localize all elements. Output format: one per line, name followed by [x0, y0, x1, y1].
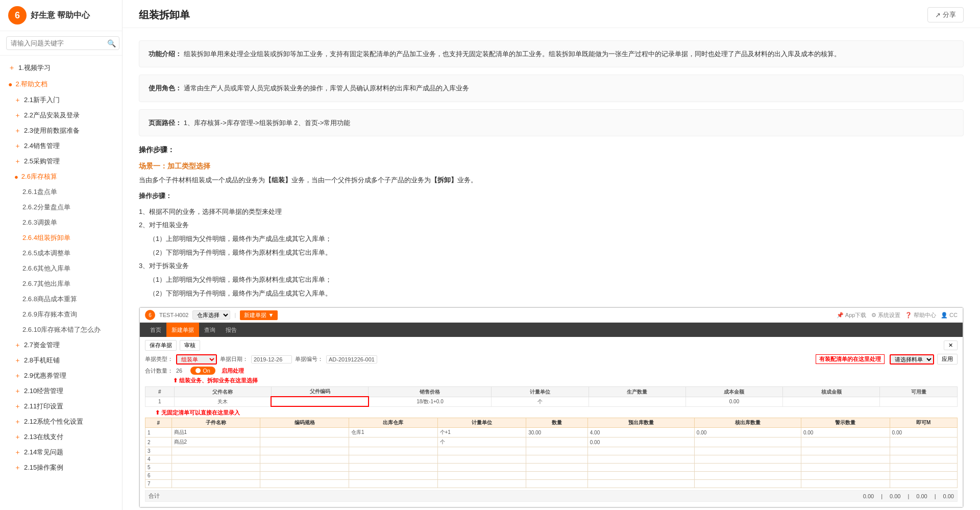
topbar: 组装拆卸单 ↗ 分享 [122, 0, 980, 28]
th-sub-qty: 数量 [526, 418, 588, 428]
step3-2: （2）下部明细为子件明细，最终作为产成品生成其它入库单。 [139, 287, 964, 300]
step2-1: （1）上部明细为父件明细，最终作为产成品生成其它入库单； [139, 233, 964, 246]
sidebar-item-label: 2.15操作案例 [24, 463, 63, 472]
logo-icon: 6 [8, 6, 27, 25]
step2-2: （2）下部明细为子件明细，最终作为原材料生成其它出库单。 [139, 247, 964, 259]
sidebar-item-label: 2.14常见问题 [24, 448, 63, 457]
sidebar-item-sales[interactable]: ＋ 2.4销售管理 [0, 138, 122, 154]
plus-icon: ＋ [14, 417, 21, 426]
td-price: 18/数-1+0.0 [369, 397, 492, 406]
th-sub-name: 子件名称 [172, 418, 260, 428]
app-logo: 6 [145, 310, 155, 320]
app-create-btn[interactable]: 新建单据 ▼ [240, 310, 278, 320]
app-review-btn[interactable]: 审核 [180, 340, 200, 351]
app-type-select[interactable]: 组装单 拆卸单 [176, 354, 217, 365]
th-qty: 生产数量 [589, 387, 685, 397]
app-form-content: 保存单据 审核 ✕ 单据类型： 组装单 拆卸单 单据日期： [140, 337, 963, 507]
app-child-table: # 子件名称 编码规格 出库仓库 计量单位 数量 预出库数量 核出库数量 警示数… [145, 418, 958, 488]
th-sub-avail: 即可M [890, 418, 957, 428]
sidebar-item-inventory-label[interactable]: ● 2.6库存核算 [0, 169, 122, 184]
plus-icon: ＋ [14, 402, 21, 411]
sidebar-item-payment[interactable]: ＋ 2.13在线支付 [0, 429, 122, 445]
app-qty-label: 合计数量： [145, 367, 173, 375]
nav-new[interactable]: 新建单据 [166, 323, 199, 337]
sidebar-item-label: 2.2产品安装及登录 [24, 111, 80, 120]
sidebar-item-purchase[interactable]: ＋ 2.5采购管理 [0, 154, 122, 169]
app-footer-row: 合计 0.00 | 0.00 | 0.00 | 0.00 [145, 490, 958, 502]
sidebar-leaf-261[interactable]: 2.6.1盘点单 [0, 184, 122, 200]
sidebar-leaf-267[interactable]: 2.6.7其他出库单 [0, 276, 122, 292]
sidebar-leaf-269[interactable]: 2.6.9库存账本查询 [0, 307, 122, 322]
func-intro-text: 组装拆卸单用来处理企业组装或拆卸等加工业务，支持有固定装配清单的产品加工业务，也… [184, 50, 841, 58]
th-price: 销售价格 [369, 387, 492, 397]
sidebar-leaf-268[interactable]: 2.6.8商品成本重算 [0, 292, 122, 307]
sidebar-item-video[interactable]: ＋ 1.视频学习 [0, 60, 122, 76]
share-button[interactable]: ↗ 分享 [927, 7, 964, 22]
nav-queries[interactable]: 查询 [199, 323, 220, 337]
sidebar-section-1: ＋ 1.视频学习 [0, 60, 122, 76]
sidebar-item-faq[interactable]: ＋ 2.14常见问题 [0, 445, 122, 460]
scene1-heading: 场景一：加工类型选择 [139, 162, 964, 171]
plus-icon: ＋ [14, 432, 21, 442]
sidebar-leaf-2610[interactable]: 2.6.10库存账本错了怎么办 [0, 322, 122, 337]
sidebar-item-label: 2.5采购管理 [24, 157, 60, 166]
sidebar-item-mobile[interactable]: ＋ 2.8手机旺铺 [0, 353, 122, 368]
table-row: 1 关木 18/数-1+0.0 个 0.00 [145, 397, 958, 406]
annotation-enable: 启用处理 [222, 367, 244, 375]
app-apply-btn[interactable]: 应用 [937, 354, 958, 365]
nav-tree: ＋ 1.视频学习 ● 2.帮助文档 ＋ 2.1新手入门 ＋ 2.2产品安装及登录 [0, 56, 122, 510]
sidebar-leaf-265[interactable]: 2.6.5成本调整单 [0, 246, 122, 261]
td-unit: 个 [492, 397, 589, 406]
sidebar-header: 6 好生意 帮助中心 [0, 0, 122, 31]
app-close-btn[interactable]: ✕ [944, 341, 958, 350]
func-intro-block: 功能介绍： 组装拆卸单用来处理企业组装或拆卸等加工业务，支持有固定装配清单的产品… [139, 40, 964, 67]
td-no: 1 [145, 397, 175, 406]
sidebar-leaf-262[interactable]: 2.6.2分量盘点单 [0, 200, 122, 215]
app-form-toolbar: 保存单据 审核 ✕ [145, 340, 958, 351]
search-input[interactable] [6, 36, 119, 50]
table-row: 5 [145, 464, 958, 472]
table-row: 3 [145, 447, 958, 455]
app-save-btn[interactable]: 保存单据 [145, 340, 177, 351]
plus-icon: ＋ [14, 356, 21, 365]
sidebar-item-customize[interactable]: ＋ 2.12系统个性化设置 [0, 414, 122, 429]
sidebar-item-docs[interactable]: ● 2.帮助文档 [0, 76, 122, 92]
sidebar-item-label: 2.12系统个性化设置 [24, 417, 83, 426]
share-icon: ↗ [935, 11, 941, 19]
sidebar-item-newbie[interactable]: ＋ 2.1新手入门 [0, 92, 122, 108]
th-sub-warnqty: 警示数量 [801, 418, 890, 428]
sidebar-leaf-264[interactable]: 2.6.4组装拆卸单 [0, 230, 122, 246]
sidebar-item-label: 2.4销售管理 [24, 141, 60, 151]
sidebar: 6 好生意 帮助中心 🔍 ＋ 1.视频学习 ● 2.帮助文档 ＋ 2.1新手入门 [0, 0, 122, 510]
th-sub-preqty: 预出库数量 [587, 418, 694, 428]
sidebar-item-label: 2.帮助文档 [15, 80, 47, 89]
sidebar-item-mgmt[interactable]: ＋ 2.10经营管理 [0, 383, 122, 399]
sidebar-item-install[interactable]: ＋ 2.2产品安装及登录 [0, 108, 122, 123]
app-warehouse-select[interactable]: 仓库选择 [192, 310, 230, 320]
td-avail [880, 397, 958, 406]
toggle-on-label[interactable]: On [190, 367, 215, 375]
app-bom-select[interactable]: 请选择料单 [890, 354, 934, 365]
screenshot-container: 6 TEST-H002 仓库选择 | 新建单据 ▼ 📌 App下载 ⚙ 系统设置… [139, 307, 964, 508]
td-code [271, 397, 368, 406]
nav-report[interactable]: 报告 [220, 323, 242, 337]
search-icon[interactable]: 🔍 [107, 39, 116, 47]
th-sub-no: # [145, 418, 172, 428]
th-avail: 可用量 [880, 387, 958, 397]
nav-home[interactable]: 首页 [145, 323, 166, 337]
sidebar-leaf-263[interactable]: 2.6.3调拨单 [0, 215, 122, 230]
share-label: 分享 [943, 10, 956, 19]
sidebar-item-data-prep[interactable]: ＋ 2.3使用前数据准备 [0, 123, 122, 138]
step2: 2、对于组装业务 [139, 219, 964, 232]
plus-icon: ＋ [14, 386, 21, 396]
sidebar-leaf-266[interactable]: 2.6.6其他入库单 [0, 261, 122, 276]
sidebar-item-inventory: ● 2.6库存核算 2.6.1盘点单 2.6.2分量盘点单 2.6.3调拨单 2… [0, 169, 122, 337]
sidebar-item-cases[interactable]: ＋ 2.15操作案例 [0, 460, 122, 475]
sidebar-item-print[interactable]: ＋ 2.11打印设置 [0, 399, 122, 414]
func-intro-label: 功能介绍： [149, 50, 182, 58]
sidebar-item-coupon[interactable]: ＋ 2.9优惠券管理 [0, 368, 122, 383]
footer-val4: 0.00 [943, 493, 954, 499]
th-unit: 计量单位 [492, 387, 589, 397]
sidebar-item-finance[interactable]: ＋ 2.7资金管理 [0, 337, 122, 353]
table-row: 1 商品1 仓库1 个+1 30.00 4.00 0.00 0.00 0. [145, 428, 958, 438]
